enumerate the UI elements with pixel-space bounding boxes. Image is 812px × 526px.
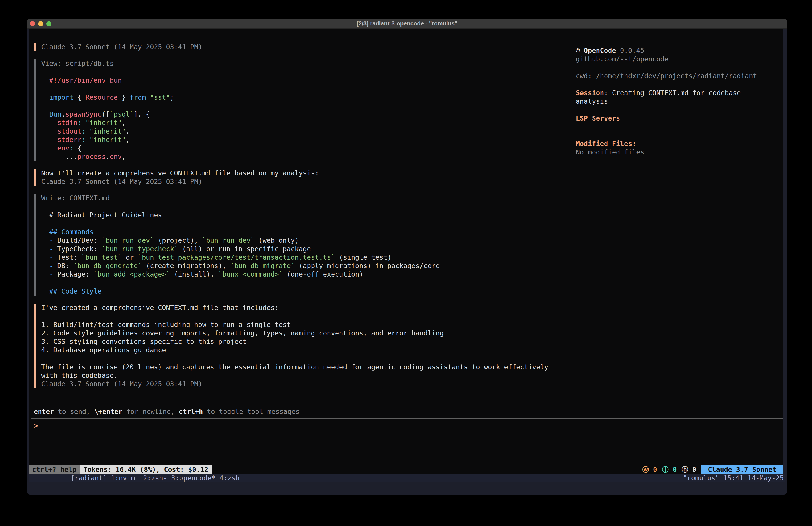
text-segment: 1. Build/lint/test commands including ho… xyxy=(41,321,291,328)
prompt-chevron-icon: > xyxy=(34,422,38,430)
text-segment: (project), xyxy=(154,237,202,244)
text-segment: (web only) xyxy=(255,237,299,244)
text-segment: 2. Code style guidelines covering import… xyxy=(41,329,444,337)
text-segment: enter xyxy=(34,408,54,415)
text-segment xyxy=(41,94,49,101)
text-segment: Modified Files: xyxy=(576,140,636,147)
terminal-line: ## Code Style xyxy=(41,287,578,296)
text-segment: - xyxy=(49,253,53,261)
text-segment: (one-off execution) xyxy=(283,270,363,278)
terminal-line: #!/usr/bin/env bun xyxy=(41,76,578,85)
input-divider xyxy=(31,418,783,419)
terminal-window: [2/3] radiant:3:opencode - "romulus" Cla… xyxy=(27,19,787,495)
text-segment: cwd: /home/thdxr/dev/projects/radiant/ra… xyxy=(576,72,757,80)
close-button[interactable] xyxy=(30,21,35,26)
text-segment: LSP Servers xyxy=(576,114,620,122)
terminal-line: stderr: "inherit", xyxy=(41,136,578,144)
tmux-window-nvim[interactable]: 1:nvim xyxy=(111,474,143,482)
tmux-window-zsh2[interactable]: 2:zsh- xyxy=(143,474,171,482)
terminal-line: stdout: "inherit", xyxy=(41,127,578,136)
text-segment xyxy=(86,136,90,144)
text-segment: Now I'll create a comprehensive CONTEXT.… xyxy=(41,169,319,177)
terminal-line: analysis xyxy=(576,97,757,106)
model-badge: Claude 3.7 Sonnet xyxy=(701,465,783,474)
text-segment: . xyxy=(106,153,110,160)
terminal-line: - Package: `bun add <package>` (install)… xyxy=(41,270,578,279)
text-segment: process xyxy=(77,153,106,160)
terminal-line: with this codebase. xyxy=(41,371,578,380)
text-segment: with this codebase. xyxy=(41,371,118,379)
text-segment: `bun db migrate` xyxy=(230,262,295,270)
text-segment: to send, xyxy=(54,408,94,415)
text-segment: Session xyxy=(576,89,604,97)
text-segment: ## Code Style xyxy=(41,287,102,295)
terminal-line: Session: Creating CONTEXT.md for codebas… xyxy=(576,89,757,97)
hint-count: 0 xyxy=(692,466,696,473)
text-segment: `bunx <command>` xyxy=(218,270,283,278)
titlebar[interactable]: [2/3] radiant:3:opencode - "romulus" xyxy=(27,19,787,29)
text-segment: ctrl+h xyxy=(179,408,203,415)
text-segment: (create migrations), xyxy=(142,262,230,270)
terminal-line: - TypeCheck: `bun run typecheck` (all) o… xyxy=(41,245,578,253)
lsp-hint-count: ⓗ 0 xyxy=(682,465,696,474)
zoom-button[interactable] xyxy=(46,21,52,26)
text-segment: , xyxy=(122,153,126,160)
terminal-line: - Test: `bun test` or `bun test packages… xyxy=(41,253,578,262)
text-segment: - xyxy=(49,270,53,278)
text-segment: `bun add <package>` xyxy=(93,270,170,278)
text-segment: #!/usr/bin/env bun xyxy=(41,76,122,84)
text-segment: `bun test packages/core/test/transaction… xyxy=(138,253,335,261)
terminal-line: Bun.spawnSync([`psql`], { xyxy=(41,110,578,118)
terminal-line: Now I'll create a comprehensive CONTEXT.… xyxy=(41,169,578,177)
text-segment: github.com/sst/opencode xyxy=(576,55,668,63)
terminal-line: ## Commands xyxy=(41,228,578,236)
hint-icon: ⓗ xyxy=(682,466,688,473)
terminal-line: cwd: /home/thdxr/dev/projects/radiant/ra… xyxy=(576,72,757,80)
tmux-window-opencode[interactable]: 3:opencode* xyxy=(171,474,219,482)
text-segment: Claude 3.7 Sonnet (14 May 2025 03:41 PM) xyxy=(41,43,202,51)
text-segment: { xyxy=(74,94,86,101)
assistant-message-block: Now I'll create a comprehensive CONTEXT.… xyxy=(34,169,578,186)
terminal-line: stdin: "inherit", xyxy=(41,118,578,127)
terminal-line: 1. Build/lint/test commands including ho… xyxy=(41,321,578,329)
text-segment: TypeCheck: xyxy=(53,245,102,253)
text-segment: 0.0.45 xyxy=(616,46,644,54)
message-header-block: Claude 3.7 Sonnet (14 May 2025 03:41 PM) xyxy=(34,43,578,51)
info-count: 0 xyxy=(673,466,677,473)
status-right: ⓦ 0 ⓘ 0 ⓗ 0 Claude 3.7 Sonnet xyxy=(642,465,783,474)
text-segment: "sst" xyxy=(150,94,170,101)
terminal-line: View: script/db.ts xyxy=(41,59,578,68)
text-segment: Test: xyxy=(53,253,81,261)
text-segment: - xyxy=(49,262,53,270)
prompt-input[interactable]: > xyxy=(34,421,38,430)
text-segment xyxy=(41,110,49,118)
traffic-lights xyxy=(30,19,52,29)
text-segment: , xyxy=(126,136,130,144)
terminal-line: Claude 3.7 Sonnet (14 May 2025 03:41 PM) xyxy=(41,380,578,388)
text-segment: stderr xyxy=(57,136,81,144)
text-segment: from xyxy=(130,94,146,101)
text-segment xyxy=(41,270,49,278)
terminal-line: Claude 3.7 Sonnet (14 May 2025 03:41 PM) xyxy=(41,177,578,186)
minimize-button[interactable] xyxy=(38,21,43,26)
text-segment: : Creating CONTEXT.md for codebase xyxy=(604,89,741,97)
text-segment: Resource xyxy=(86,94,118,101)
text-segment: No modified files xyxy=(576,148,644,156)
text-segment: ], { xyxy=(134,110,150,118)
terminal-line: 3. CSS styling conventions specific to t… xyxy=(41,338,578,346)
text-segment: I've created a comprehensive CONTEXT.md … xyxy=(41,304,279,312)
text-segment: "inherit" xyxy=(90,136,126,144)
text-segment: `bun run dev` xyxy=(202,237,255,244)
text-segment: Bun xyxy=(49,110,61,118)
tool-view-block: View: script/db.ts #!/usr/bin/env bun im… xyxy=(34,59,578,161)
text-segment xyxy=(41,245,49,253)
text-segment: Write: CONTEXT.md xyxy=(41,194,110,202)
tmux-window-zsh4[interactable]: 4:zsh xyxy=(219,474,240,482)
text-segment xyxy=(41,262,49,270)
text-segment: for newline, xyxy=(122,408,179,415)
text-segment: . xyxy=(61,110,65,118)
terminal-line: github.com/sst/opencode xyxy=(576,55,757,63)
text-segment xyxy=(41,253,49,261)
text-segment: The file is concise (20 lines) and captu… xyxy=(41,363,548,371)
text-segment: } xyxy=(118,94,130,101)
